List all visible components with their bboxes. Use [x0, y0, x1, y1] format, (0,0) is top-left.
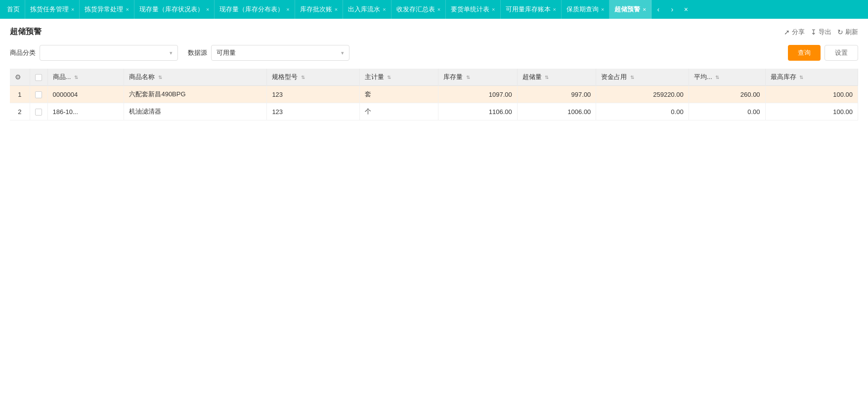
col-capital[interactable]: 资金占用 ⇅ [596, 69, 689, 86]
nav-tab-5-label: 库存批次账 [300, 5, 332, 14]
nav-tab-home-label: 首页 [7, 5, 20, 14]
row-checkbox[interactable] [35, 91, 42, 98]
nav-tab-3-close[interactable]: × [206, 6, 209, 12]
cell-overflow: 1006.00 [517, 103, 596, 120]
cell-stock: 1106.00 [438, 103, 518, 120]
nav-tab-11-label: 超储预警 [614, 5, 640, 14]
nav-tab-home[interactable]: 首页 [2, 0, 25, 19]
nav-tab-8-close[interactable]: × [492, 6, 495, 12]
query-button[interactable]: 查询 [788, 45, 821, 61]
category-filter: 商品分类 ▾ [10, 45, 178, 61]
nav-tab-9[interactable]: 可用量库存账本 × [501, 0, 562, 19]
nav-tab-4[interactable]: 现存量（库存分布表） × [215, 0, 295, 19]
export-label: 导出 [819, 28, 831, 37]
table-row[interactable]: 2 186-10... 机油滤清器 123 个 1106.00 1006.00 … [10, 103, 858, 120]
cell-max-stock: 100.00 [765, 103, 858, 120]
col-unit[interactable]: 主计量 ⇅ [359, 69, 438, 86]
cell-unit: 套 [359, 86, 438, 103]
col-product-name[interactable]: 商品名称 ⇅ [124, 69, 267, 86]
nav-arrow-left[interactable]: ‹ [651, 0, 665, 19]
sort-icon-spec: ⇅ [301, 75, 305, 80]
page-title: 超储预警 [10, 27, 42, 37]
export-button[interactable]: ↧ 导出 [811, 28, 831, 37]
cell-product-code: 0000004 [47, 86, 124, 103]
nav-tab-11[interactable]: 超储预警 × [609, 0, 651, 19]
nav-tab-5[interactable]: 库存批次账 × [295, 0, 343, 19]
category-label: 商品分类 [10, 48, 36, 57]
col-spec-label: 规格型号 [272, 73, 298, 80]
cell-unit: 个 [359, 103, 438, 120]
col-overflow[interactable]: 超储量 ⇅ [517, 69, 596, 86]
share-icon: ➚ [784, 28, 790, 36]
cell-max-stock: 100.00 [765, 86, 858, 103]
cell-capital: 259220.00 [596, 86, 689, 103]
datasource-select[interactable]: 可用量 ▾ [211, 45, 349, 61]
nav-tab-3[interactable]: 现存量（库存状况表） × [134, 0, 215, 19]
sort-icon-average: ⇅ [715, 75, 719, 80]
page-header: 超储预警 ➚ 分享 ↧ 导出 ↻ 刷新 [10, 27, 858, 37]
sort-icon-product-code: ⇅ [74, 75, 78, 80]
sort-icon-capital: ⇅ [630, 75, 634, 80]
nav-tab-2-close[interactable]: × [126, 6, 129, 12]
nav-tab-7-close[interactable]: × [437, 6, 440, 12]
col-stock[interactable]: 库存量 ⇅ [438, 69, 518, 86]
top-navigation: 首页 拣货任务管理 × 拣货异常处理 × 现存量（库存状况表） × 现存量（库存… [0, 0, 868, 19]
sort-icon-stock: ⇅ [466, 75, 470, 80]
nav-arrow-close[interactable]: × [679, 0, 693, 19]
row-checkbox-cell[interactable] [30, 103, 47, 120]
nav-tab-1[interactable]: 拣货任务管理 × [25, 0, 80, 19]
nav-tab-10[interactable]: 保质期查询 × [562, 0, 609, 19]
cell-spec: 123 [267, 86, 359, 103]
row-index: 1 [10, 86, 30, 103]
nav-tab-8-label: 要货单统计表 [451, 5, 489, 14]
nav-tab-3-label: 现存量（库存状况表） [139, 5, 204, 14]
nav-tab-10-close[interactable]: × [601, 6, 604, 12]
nav-tab-5-close[interactable]: × [335, 6, 338, 12]
header-checkbox[interactable] [35, 74, 42, 81]
refresh-button[interactable]: ↻ 刷新 [837, 28, 858, 37]
data-table: ⚙ 商品... ⇅ 商品名称 ⇅ 规格型号 ⇅ 主计量 [10, 69, 858, 120]
col-unit-label: 主计量 [365, 73, 384, 80]
cell-capital: 0.00 [596, 103, 689, 120]
datasource-filter: 数据源 可用量 ▾ [188, 45, 349, 61]
col-product-code-label: 商品... [53, 73, 71, 80]
nav-arrow-right[interactable]: › [665, 0, 679, 19]
row-checkbox-cell[interactable] [30, 86, 47, 103]
sort-icon-product-name: ⇅ [158, 75, 162, 80]
nav-tab-6-close[interactable]: × [383, 6, 386, 12]
col-settings[interactable]: ⚙ [10, 69, 30, 86]
col-max-stock-label: 最高库存 [771, 73, 796, 80]
col-spec[interactable]: 规格型号 ⇅ [267, 69, 359, 86]
nav-tab-9-close[interactable]: × [553, 6, 556, 12]
row-index: 2 [10, 103, 30, 120]
nav-tab-1-close[interactable]: × [71, 6, 74, 12]
nav-tab-6[interactable]: 出入库流水 × [343, 0, 391, 19]
gear-icon: ⚙ [15, 73, 21, 81]
col-max-stock[interactable]: 最高库存 ⇅ [765, 69, 858, 86]
nav-tab-8[interactable]: 要货单统计表 × [446, 0, 500, 19]
nav-tab-4-close[interactable]: × [286, 6, 289, 12]
col-product-code[interactable]: 商品... ⇅ [47, 69, 124, 86]
col-product-name-label: 商品名称 [129, 73, 155, 80]
export-icon: ↧ [811, 28, 817, 36]
nav-tab-1-label: 拣货任务管理 [30, 5, 69, 14]
col-overflow-label: 超储量 [522, 73, 542, 80]
settings-button[interactable]: 设置 [825, 45, 858, 61]
nav-tab-2[interactable]: 拣货异常处理 × [80, 0, 134, 19]
table-header-row: ⚙ 商品... ⇅ 商品名称 ⇅ 规格型号 ⇅ 主计量 [10, 69, 858, 86]
category-select[interactable]: ▾ [40, 45, 178, 61]
row-checkbox[interactable] [35, 109, 42, 116]
cell-product-code: 186-10... [47, 103, 124, 120]
table-row[interactable]: 1 0000004 六配套新昌490BPG 123 套 1097.00 997.… [10, 86, 858, 103]
nav-tab-7[interactable]: 收发存汇总表 × [391, 0, 446, 19]
nav-tab-7-label: 收发存汇总表 [396, 5, 435, 14]
share-button[interactable]: ➚ 分享 [784, 28, 805, 37]
datasource-label: 数据源 [188, 48, 207, 57]
filter-bar: 商品分类 ▾ 数据源 可用量 ▾ 查询 设置 [10, 45, 858, 61]
col-stock-label: 库存量 [443, 73, 463, 80]
refresh-icon: ↻ [837, 28, 843, 36]
col-average[interactable]: 平均... ⇅ [689, 69, 765, 86]
nav-tab-11-close[interactable]: × [643, 6, 646, 12]
cell-overflow: 997.00 [517, 86, 596, 103]
col-checkbox-header[interactable] [30, 69, 47, 86]
